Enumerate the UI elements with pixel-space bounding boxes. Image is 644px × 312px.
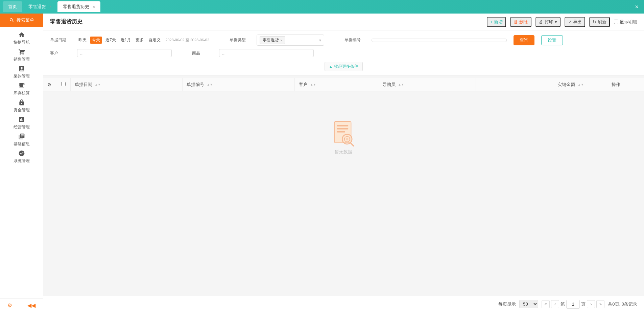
col-guide[interactable]: 导购员 ▲▼	[378, 78, 476, 91]
page-input[interactable]	[566, 300, 580, 309]
finance-icon	[18, 99, 25, 106]
header-actions: + 新增 🗑 删除 🖨 打印 ▾ ↗ 导出 ↻ 刷新	[487, 17, 637, 27]
sidebar-item-purchase-mgmt[interactable]: 采购管理	[0, 64, 43, 81]
first-page-button[interactable]: «	[542, 300, 550, 308]
date-label: 单据日期	[50, 37, 70, 43]
search-icon	[9, 18, 15, 23]
page-prefix: 第	[560, 301, 565, 307]
export-button[interactable]: ↗ 导出	[565, 17, 585, 27]
customer-label: 客户	[50, 50, 70, 56]
doc-type-tag-remove[interactable]: ×	[280, 38, 282, 42]
prev-page-button[interactable]: ‹	[551, 300, 559, 308]
collapse-button[interactable]: ▲ 收起更多条件	[325, 62, 363, 71]
per-page-label: 每页显示	[498, 301, 516, 307]
doc-type-dropdown-arrow: ▾	[319, 38, 321, 43]
date-btn-more[interactable]: 更多	[134, 37, 145, 44]
window-close-button[interactable]: ×	[632, 2, 641, 12]
home-icon	[18, 31, 25, 38]
customer-input[interactable]: ...	[77, 49, 172, 57]
date-btn-today[interactable]: 今天	[90, 37, 102, 44]
query-button[interactable]: 查询	[514, 35, 534, 45]
doc-number-label: 单据编号	[344, 37, 365, 43]
delete-icon: 🗑	[514, 19, 518, 24]
col-amount[interactable]: 实销金额 ▲▼	[476, 78, 588, 91]
refresh-button[interactable]: ↻ 刷新	[589, 17, 610, 27]
select-all-checkbox[interactable]	[61, 82, 66, 86]
sidebar-item-basic-info[interactable]: 基础信息	[0, 131, 43, 148]
col-customer-sort[interactable]: ▲▼	[310, 83, 316, 86]
next-page-button[interactable]: ›	[587, 300, 595, 308]
col-doc-date-sort[interactable]: ▲▼	[95, 83, 101, 86]
sidebar-bottom: ⚙ ◀◀	[0, 298, 43, 312]
filter-area: 单据日期 昨天 今天 近7天 近1月 更多 自定义 2023-06-02 至 2…	[43, 30, 644, 75]
empty-state-row: 暂无数据	[43, 91, 644, 182]
last-page-button[interactable]: »	[596, 300, 604, 308]
print-dropdown-arrow: ▾	[555, 19, 557, 24]
table-header: ⚙ 单据日期 ▲▼ 单据编号 ▲▼	[43, 78, 644, 91]
date-btn-yesterday[interactable]: 昨天	[77, 37, 88, 44]
date-btn-1month[interactable]: 近1月	[119, 37, 133, 44]
show-detail-toggle[interactable]: 显示明细	[614, 19, 637, 25]
data-table: ⚙ 单据日期 ▲▼ 单据编号 ▲▼	[43, 78, 644, 182]
total-records: 共0页, 0条记录	[608, 301, 637, 307]
tab-retail-return-history-close[interactable]: ×	[93, 5, 95, 9]
sidebar-item-quick-nav[interactable]: 快捷导航	[0, 30, 43, 47]
page-suffix: 页	[581, 301, 586, 307]
date-btn-custom[interactable]: 自定义	[147, 37, 162, 44]
content-wrapper: ⚙ 单据日期 ▲▼ 单据编号 ▲▼	[43, 78, 644, 312]
sidebar-item-operations[interactable]: 经营管理	[0, 114, 43, 131]
filter-row-1: 单据日期 昨天 今天 近7天 近1月 更多 自定义 2023-06-02 至 2…	[50, 35, 637, 46]
operations-icon	[18, 116, 25, 123]
settings-button[interactable]: 设置	[541, 35, 563, 45]
show-detail-checkbox[interactable]	[614, 20, 618, 24]
sidebar-search[interactable]: 搜索菜单	[0, 14, 43, 27]
per-page-select[interactable]: 50 20 100 200	[519, 300, 538, 308]
print-button[interactable]: 🖨 打印 ▾	[535, 17, 560, 27]
sidebar: 搜索菜单 快捷导航 销售管理 采购管理 库存核算	[0, 14, 43, 312]
col-actions: 操作	[588, 78, 644, 91]
col-doc-date[interactable]: 单据日期 ▲▼	[70, 78, 183, 91]
doc-type-dropdown[interactable]: 零售退货 × ▾	[257, 35, 324, 46]
col-guide-sort[interactable]: ▲▼	[398, 83, 404, 86]
new-button[interactable]: + 新增	[487, 17, 506, 27]
col-customer[interactable]: 客户 ▲▼	[294, 78, 378, 91]
doc-type-label: 单据类型	[230, 37, 250, 43]
tab-retail-return-history[interactable]: 零售退货历史 ×	[57, 1, 100, 12]
purchase-icon	[18, 65, 25, 72]
collapse-icon[interactable]: ◀◀	[27, 302, 35, 309]
settings-icon[interactable]: ⚙	[7, 302, 12, 309]
sidebar-item-finance[interactable]: 资金管理	[0, 97, 43, 114]
table-wrapper: ⚙ 单据日期 ▲▼ 单据编号 ▲▼	[43, 78, 644, 296]
collapse-row: ▲ 收起更多条件	[50, 61, 637, 71]
page-nav: « ‹ 第 页 › »	[542, 300, 604, 309]
sidebar-nav: 快捷导航 销售管理 采购管理 库存核算 资金管理	[0, 27, 43, 298]
sidebar-item-sys-mgmt[interactable]: 系统管理	[0, 148, 43, 165]
sidebar-item-sales-mgmt[interactable]: 销售管理	[0, 47, 43, 64]
svg-rect-3	[337, 131, 345, 133]
top-bar: 首页 零售退货 × 零售退货历史 × ×	[0, 0, 644, 14]
date-btn-7days[interactable]: 近7天	[104, 37, 117, 44]
empty-state-icon	[328, 118, 359, 149]
col-doc-number-sort[interactable]: ▲▼	[207, 83, 213, 86]
system-icon	[18, 150, 25, 157]
col-settings[interactable]: ⚙	[43, 78, 57, 91]
svg-line-6	[351, 143, 354, 146]
doc-number-input[interactable]	[372, 39, 507, 42]
col-checkbox[interactable]	[57, 78, 70, 91]
tab-retail-return-close[interactable]: ×	[49, 5, 51, 9]
tab-retail-return[interactable]: 零售退货 ×	[23, 1, 57, 12]
tab-home[interactable]: 首页	[3, 1, 22, 12]
goods-input[interactable]: ...	[219, 49, 314, 57]
sidebar-item-inventory[interactable]: 库存核算	[0, 81, 43, 97]
col-amount-sort[interactable]: ▲▼	[578, 83, 584, 86]
delete-button[interactable]: 🗑 删除	[510, 17, 531, 27]
col-doc-number[interactable]: 单据编号 ▲▼	[183, 78, 295, 91]
collapse-up-icon: ▲	[329, 64, 333, 69]
date-filters: 昨天 今天 近7天 近1月 更多 自定义 2023-06-02 至 2023-0…	[77, 37, 209, 44]
table-settings-icon[interactable]: ⚙	[47, 82, 51, 87]
sidebar-search-label: 搜索菜单	[17, 17, 34, 23]
print-icon: 🖨	[539, 19, 543, 24]
empty-text: 暂无数据	[335, 149, 352, 155]
page-header: 零售退货历史 + 新增 🗑 删除 🖨 打印 ▾ ↗ 导出 ↻	[43, 14, 644, 30]
goods-label: 商品	[192, 50, 212, 56]
